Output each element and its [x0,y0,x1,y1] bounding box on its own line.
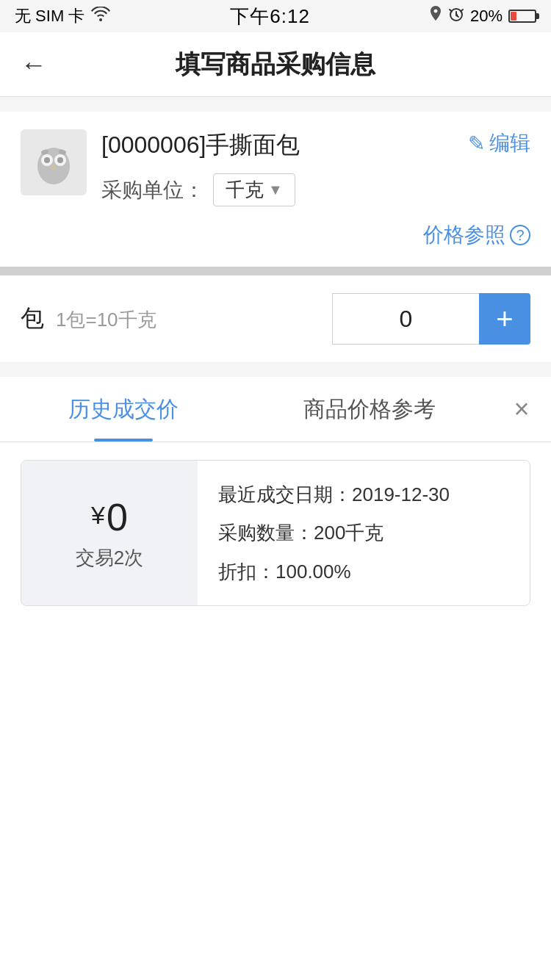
recent-date-label: 最近成交日期： [218,483,352,505]
purchase-qty-label: 采购数量： [218,522,314,544]
product-header: [0000006]手撕面包 采购单位： 千克 ▼ ✎ 编辑 [21,129,530,206]
product-left: [0000006]手撕面包 采购单位： 千克 ▼ [21,129,300,206]
edit-button[interactable]: ✎ 编辑 [468,129,530,157]
tab-history-price[interactable]: 历史成交价 [0,377,246,442]
unit-label: 采购单位： [101,176,204,204]
discount-value: 100.00% [276,561,351,583]
quantity-row: 包 1包=10千克 0 + [0,275,551,362]
location-icon [429,6,442,26]
history-content: ¥ 0 交易2次 最近成交日期：2019-12-30 采购数量：200千克 折扣… [0,442,551,624]
history-card: ¥ 0 交易2次 最近成交日期：2019-12-30 采购数量：200千克 折扣… [21,460,530,606]
quantity-plus-button[interactable]: + [479,293,530,345]
tab-price-ref-label: 商品价格参考 [303,394,436,425]
quantity-conversion: 1包=10千克 [56,307,156,333]
history-price: ¥ 0 [91,495,128,539]
recent-date-value: 2019-12-30 [352,483,450,505]
price-ref-label: 价格参照 [423,221,505,249]
history-card-left: ¥ 0 交易2次 [21,461,198,605]
edit-icon: ✎ [468,131,485,156]
tab-close-button[interactable]: × [492,377,551,442]
product-info: [0000006]手撕面包 采购单位： 千克 ▼ [101,129,300,206]
price-yen-symbol: ¥ [91,501,105,530]
unit-value: 千克 [226,177,264,203]
nav-bar: ← 填写商品采购信息 [0,32,551,97]
history-detail-date: 最近成交日期：2019-12-30 [218,481,509,508]
price-value: 0 [107,495,128,539]
quantity-label-section: 包 1包=10千克 [21,303,156,335]
battery-icon [508,10,536,23]
no-sim-text: 无 SIM 卡 [15,5,84,27]
alarm-icon [448,6,464,26]
edit-label: 编辑 [489,129,530,157]
status-left: 无 SIM 卡 [15,5,111,27]
svg-point-5 [57,157,63,163]
product-bottom-row: 价格参照 ? [21,221,530,249]
page-title: 填写商品采购信息 [176,48,375,82]
wifi-icon [90,7,111,26]
status-right: 20% [429,6,536,26]
purchase-qty-value: 200千克 [314,522,383,544]
tabs-section: 历史成交价 商品价格参考 × ¥ 0 交易2次 最近成交日期：2019-12-3… [0,377,551,624]
quantity-input[interactable]: 0 [332,293,479,345]
status-bar: 无 SIM 卡 下午6:12 20% [0,0,551,32]
chevron-down-icon: ▼ [268,181,283,198]
status-time: 下午6:12 [230,4,310,29]
info-icon: ? [510,225,530,245]
bottom-area [0,624,551,980]
product-thumbnail [21,129,87,195]
battery-percent: 20% [470,7,503,26]
discount-label: 折扣： [218,561,276,583]
price-ref-button[interactable]: 价格参照 ? [423,221,530,249]
history-detail-discount: 折扣：100.00% [218,558,509,585]
tabs-header: 历史成交价 商品价格参考 × [0,377,551,442]
back-button[interactable]: ← [21,49,47,80]
tab-history-price-label: 历史成交价 [68,394,179,425]
history-card-right: 最近成交日期：2019-12-30 采购数量：200千克 折扣：100.00% [198,461,530,605]
tab-price-ref[interactable]: 商品价格参考 [246,377,492,442]
history-detail-qty: 采购数量：200千克 [218,519,509,546]
quantity-input-section: 0 + [332,293,530,345]
history-trade-count: 交易2次 [76,545,143,571]
quantity-unit-big: 包 [21,303,44,335]
product-name: [0000006]手撕面包 [101,129,300,162]
product-unit-row: 采购单位： 千克 ▼ [101,173,300,206]
unit-select[interactable]: 千克 ▼ [213,173,295,206]
gray-divider [0,267,551,275]
product-card: [0000006]手撕面包 采购单位： 千克 ▼ ✎ 编辑 价格参照 ? [0,112,551,267]
svg-point-4 [44,157,50,163]
